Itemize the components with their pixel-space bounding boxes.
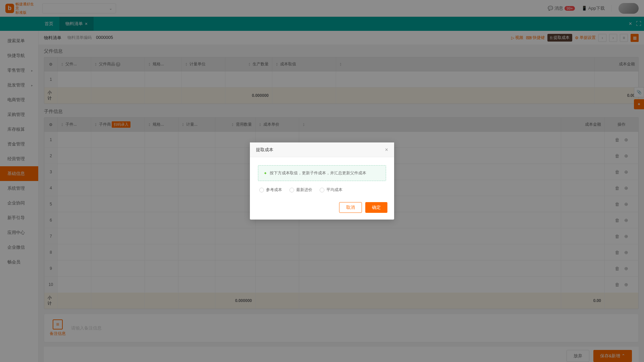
lightbulb-icon: ✦ (264, 171, 267, 176)
radio-avg-cost[interactable]: 平均成本 (320, 187, 342, 193)
modal-overlay: 提取成本 × ✦ 按下方成本取值，更新子件成本，并汇总更新父件成本 参考成本 最… (0, 0, 644, 362)
extract-cost-modal: 提取成本 × ✦ 按下方成本取值，更新子件成本，并汇总更新父件成本 参考成本 最… (250, 142, 394, 220)
modal-close-button[interactable]: × (385, 147, 388, 153)
modal-title: 提取成本 (256, 147, 273, 153)
radio-ref-cost[interactable]: 参考成本 (259, 187, 282, 193)
radio-latest-price[interactable]: 最新进价 (289, 187, 312, 193)
modal-ok-button[interactable]: 确定 (365, 202, 387, 213)
modal-cancel-button[interactable]: 取消 (339, 202, 362, 213)
modal-tip-text: 按下方成本取值，更新子件成本，并汇总更新父件成本 (270, 170, 366, 176)
modal-tip: ✦ 按下方成本取值，更新子件成本，并汇总更新父件成本 (258, 165, 386, 181)
